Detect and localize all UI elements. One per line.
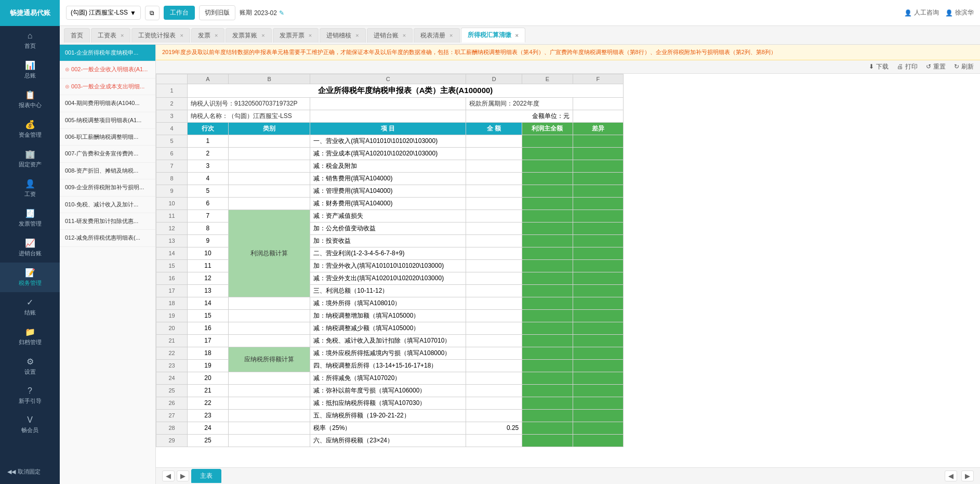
tab-发票开票[interactable]: 发票开票× [273, 28, 319, 43]
sidebar-item-asset[interactable]: 🏢固定资产 [0, 144, 60, 174]
amount-17[interactable] [466, 334, 522, 347]
item-5[interactable]: 减：管理费用(填写A104000) [310, 185, 466, 197]
tab-工资统计报表[interactable]: 工资统计报表× [131, 28, 190, 43]
form-list-item-007[interactable]: 007-广告费和业务宣传费跨... [60, 146, 155, 162]
item-11[interactable]: 加：营业外收入(填写A101010\101020\103000) [310, 259, 466, 272]
diff-14[interactable] [573, 297, 623, 309]
item-4[interactable]: 减：销售费用(填写A104000) [310, 172, 466, 185]
profit-3[interactable] [522, 160, 573, 172]
tab-close-icon[interactable]: × [121, 32, 124, 38]
sidebar-item-invoice[interactable]: 🧾发票管理 [0, 203, 60, 233]
diff-21[interactable] [573, 384, 623, 397]
next-sheet-btn[interactable]: ▶ [177, 470, 189, 481]
amount-7[interactable] [466, 210, 522, 222]
edit-period-icon[interactable]: ✎ [279, 9, 284, 17]
form-list-item-001[interactable]: 001-企业所得税年度纳税申... [60, 45, 155, 61]
tab-所得税汇算清缴[interactable]: 所得税汇算清缴× [461, 28, 525, 43]
prev-sheet-btn[interactable]: ◀ [162, 470, 175, 481]
item-3[interactable]: 减：税金及附加 [310, 160, 466, 172]
company-selector[interactable]: (勾圆) 江西服宝-LSS ▼ [66, 6, 141, 20]
amount-19[interactable] [466, 359, 522, 372]
diff-13[interactable] [573, 284, 623, 297]
item-10[interactable]: 二、营业利润(1-2-3-4-5-6-7-8+9) [310, 247, 466, 259]
tab-close-icon[interactable]: × [403, 32, 406, 38]
item-6[interactable]: 减：财务费用(填写A104000) [310, 197, 466, 210]
diff-22[interactable] [573, 397, 623, 409]
diff-23[interactable] [573, 409, 623, 422]
profit-1[interactable] [522, 135, 573, 147]
diff-16[interactable] [573, 322, 623, 334]
item-21[interactable]: 减：弥补以前年度亏损（填写A106000） [310, 384, 466, 397]
profit-5[interactable] [522, 185, 573, 197]
amount-14[interactable] [466, 297, 522, 309]
item-20[interactable]: 减：所得减免（填写A107020） [310, 372, 466, 384]
amount-16[interactable] [466, 322, 522, 334]
amount-3[interactable] [466, 160, 522, 172]
amount-5[interactable] [466, 185, 522, 197]
diff-7[interactable] [573, 210, 623, 222]
tab-发票[interactable]: 发票× [191, 28, 224, 43]
profit-24[interactable] [522, 422, 573, 434]
amount-20[interactable] [466, 372, 522, 384]
diff-12[interactable] [573, 272, 623, 284]
profit-2[interactable] [522, 147, 573, 160]
sidebar-item-sales[interactable]: 📈进销台账 [0, 233, 60, 263]
profit-14[interactable] [522, 297, 573, 309]
sidebar-item-guide[interactable]: ?新手引导 [0, 381, 60, 410]
amount-21[interactable] [466, 384, 522, 397]
scroll-left-btn[interactable]: ◀ [945, 470, 957, 481]
diff-15[interactable] [573, 309, 623, 322]
amount-2[interactable] [466, 147, 522, 160]
profit-13[interactable] [522, 284, 573, 297]
tab-close-icon[interactable]: × [180, 32, 183, 38]
amount-4[interactable] [466, 172, 522, 185]
item-17[interactable]: 减：免税、减计收入及加计扣除（填写A107010） [310, 334, 466, 347]
sidebar-item-member[interactable]: V畅会员 [0, 410, 60, 439]
diff-8[interactable] [573, 222, 623, 234]
diff-19[interactable] [573, 359, 623, 372]
spreadsheet-wrapper[interactable]: A B C D E F 1 企业所得税年度纳税申报表（A类）主表(A100000… [156, 74, 980, 468]
workbench-button[interactable]: 工作台 [164, 6, 195, 20]
amount-10[interactable] [466, 247, 522, 259]
sidebar-item-payroll[interactable]: 👤工资 [0, 174, 60, 203]
amount-24[interactable]: 0.25 [466, 422, 522, 434]
tab-close-icon[interactable]: × [515, 32, 519, 38]
profit-18[interactable] [522, 347, 573, 359]
profit-21[interactable] [522, 384, 573, 397]
diff-24[interactable] [573, 422, 623, 434]
form-list-item-005[interactable]: 005-纳税调整项目明细表(A1... [60, 112, 155, 129]
profit-11[interactable] [522, 259, 573, 272]
amount-9[interactable] [466, 234, 522, 247]
profit-7[interactable] [522, 210, 573, 222]
sidebar-item-fund[interactable]: 💰资金管理 [0, 114, 60, 144]
profit-25[interactable] [522, 434, 573, 447]
item-18[interactable]: 减：境外应税所得抵减境内亏损（填写A108000） [310, 347, 466, 359]
form-list-item-003[interactable]: ⊙ 003-一般企业成本支出明细... [60, 79, 155, 95]
item-9[interactable]: 加：投资收益 [310, 234, 466, 247]
diff-20[interactable] [573, 372, 623, 384]
item-25[interactable]: 六、应纳所得税额（23×24） [310, 434, 466, 447]
diff-6[interactable] [573, 197, 623, 210]
item-8[interactable]: 加：公允价值变动收益 [310, 222, 466, 234]
item-19[interactable]: 四、纳税调整后所得（13-14+15-16-17+18） [310, 359, 466, 372]
profit-17[interactable] [522, 334, 573, 347]
sidebar-item-settle[interactable]: ✓结账 [0, 292, 60, 322]
item-23[interactable]: 五、应纳税所得额（19-20-21-22） [310, 409, 466, 422]
form-list-item-011[interactable]: 011-研发费用加计扣除优惠... [60, 213, 155, 230]
tab-close-icon[interactable]: × [215, 32, 218, 38]
item-12[interactable]: 减：营业外支出(填写A102010\102020\103000) [310, 272, 466, 284]
item-13[interactable]: 三、利润总额（10-11-12） [310, 284, 466, 297]
profit-23[interactable] [522, 409, 573, 422]
copy-btn[interactable]: ⧉ [145, 6, 160, 20]
item-7[interactable]: 减：资产减值损失 [310, 210, 466, 222]
amount-8[interactable] [466, 222, 522, 234]
profit-19[interactable] [522, 359, 573, 372]
sidebar-item-home[interactable]: ⌂首页 [0, 26, 60, 55]
diff-1[interactable] [573, 135, 623, 147]
diff-3[interactable] [573, 160, 623, 172]
sidebar-item-tax[interactable]: 📝税务管理 [0, 263, 60, 292]
amount-13[interactable] [466, 284, 522, 297]
scroll-right-btn[interactable]: ▶ [961, 470, 974, 481]
diff-18[interactable] [573, 347, 623, 359]
item-14[interactable]: 减：境外所得（填写A108010） [310, 297, 466, 309]
